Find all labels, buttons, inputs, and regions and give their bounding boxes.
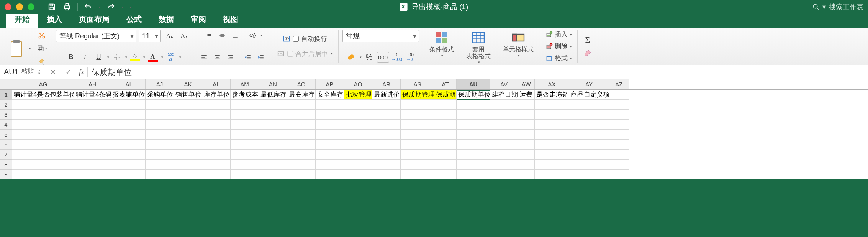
- cell-AZ1[interactable]: [609, 90, 629, 100]
- cell-AI2[interactable]: [111, 100, 146, 110]
- cell-AR9[interactable]: [372, 170, 401, 179]
- cell-AY6[interactable]: [569, 140, 609, 150]
- cell-AQ8[interactable]: [344, 160, 372, 170]
- cell-AM7[interactable]: [231, 150, 259, 160]
- column-header-AQ[interactable]: AQ: [344, 79, 372, 89]
- cell-AO5[interactable]: [287, 130, 316, 140]
- cell-AN9[interactable]: [259, 170, 287, 179]
- comma-format-button[interactable]: 000: [377, 52, 389, 63]
- cell-AG4[interactable]: [12, 120, 74, 130]
- cell-AZ7[interactable]: [609, 150, 629, 160]
- column-header-AL[interactable]: AL: [202, 79, 231, 89]
- increase-decimal-button[interactable]: .0→.00: [391, 52, 403, 63]
- cell-AU2[interactable]: [457, 100, 490, 110]
- cell-AN7[interactable]: [259, 150, 287, 160]
- cell-AY4[interactable]: [569, 120, 609, 130]
- format-cells-button[interactable]: 格式▾: [544, 53, 573, 63]
- row-header-9[interactable]: 9: [0, 170, 12, 179]
- name-box-stepper[interactable]: ▲▼: [38, 69, 41, 76]
- cell-AG9[interactable]: [12, 170, 74, 179]
- column-header-AN[interactable]: AN: [259, 79, 287, 89]
- cell-AK3[interactable]: [174, 110, 202, 120]
- save-icon[interactable]: [45, 2, 58, 12]
- delete-cells-button[interactable]: 删除▾: [544, 41, 573, 51]
- underline-button[interactable]: U: [93, 52, 105, 63]
- cell-AH3[interactable]: [74, 110, 111, 120]
- accounting-format-button[interactable]: [345, 52, 357, 63]
- cell-AV7[interactable]: [490, 150, 518, 160]
- cell-AU6[interactable]: [457, 140, 490, 150]
- cell-AJ1[interactable]: 采购单位: [146, 90, 174, 100]
- cell-AI6[interactable]: [111, 140, 146, 150]
- cancel-formula-button[interactable]: ✕: [45, 65, 61, 79]
- cell-AT3[interactable]: [434, 110, 457, 120]
- cell-AG2[interactable]: [12, 100, 74, 110]
- cell-AH1[interactable]: 辅计量4条码: [74, 90, 111, 100]
- cell-AX1[interactable]: 是否走冻链: [535, 90, 569, 100]
- select-all-corner[interactable]: [0, 79, 12, 89]
- cell-AW5[interactable]: [518, 130, 535, 140]
- cell-AY2[interactable]: [569, 100, 609, 110]
- cell-AL3[interactable]: [202, 110, 231, 120]
- increase-font-button[interactable]: A▴: [163, 31, 175, 41]
- cell-AH9[interactable]: [74, 170, 111, 179]
- row-header-5[interactable]: 5: [0, 130, 12, 140]
- cell-AU3[interactable]: [457, 110, 490, 120]
- cell-AH4[interactable]: [74, 120, 111, 130]
- cell-AM9[interactable]: [231, 170, 259, 179]
- cell-AV2[interactable]: [490, 100, 518, 110]
- cell-AQ4[interactable]: [344, 120, 372, 130]
- cell-AQ5[interactable]: [344, 130, 372, 140]
- redo-dropdown[interactable]: ▾: [120, 2, 125, 12]
- cell-AW6[interactable]: [518, 140, 535, 150]
- cell-AV5[interactable]: [490, 130, 518, 140]
- cell-AL8[interactable]: [202, 160, 231, 170]
- cell-AP1[interactable]: 安全库存: [316, 90, 344, 100]
- clear-button[interactable]: [581, 48, 594, 58]
- cell-AR6[interactable]: [372, 140, 401, 150]
- cell-AM3[interactable]: [231, 110, 259, 120]
- column-header-AO[interactable]: AO: [287, 79, 316, 89]
- cut-button[interactable]: [36, 30, 48, 41]
- cell-AP5[interactable]: [316, 130, 344, 140]
- cell-AJ6[interactable]: [146, 140, 174, 150]
- italic-button[interactable]: I: [79, 52, 91, 63]
- cell-AP9[interactable]: [316, 170, 344, 179]
- cell-AI1[interactable]: 报表辅单位: [111, 90, 146, 100]
- cell-AK5[interactable]: [174, 130, 202, 140]
- cell-AU1[interactable]: 保质期单位: [457, 90, 490, 100]
- paste-button[interactable]: [7, 38, 27, 58]
- cell-AW1[interactable]: 运费: [518, 90, 535, 100]
- cell-AJ8[interactable]: [146, 160, 174, 170]
- cell-AT9[interactable]: [434, 170, 457, 179]
- cell-AW8[interactable]: [518, 160, 535, 170]
- cell-AM1[interactable]: 参考成本: [231, 90, 259, 100]
- cell-AT2[interactable]: [434, 100, 457, 110]
- cell-AU7[interactable]: [457, 150, 490, 160]
- cell-AO1[interactable]: 最高库存: [287, 90, 316, 100]
- cell-AX5[interactable]: [535, 130, 569, 140]
- row-header-7[interactable]: 7: [0, 150, 12, 160]
- cell-AH8[interactable]: [74, 160, 111, 170]
- cell-AX6[interactable]: [535, 140, 569, 150]
- cell-AU8[interactable]: [457, 160, 490, 170]
- cell-AI3[interactable]: [111, 110, 146, 120]
- insert-cells-button[interactable]: 插入▾: [544, 29, 573, 40]
- maximize-window-button[interactable]: [28, 3, 34, 10]
- row-header-1[interactable]: 1: [0, 90, 12, 100]
- column-header-AK[interactable]: AK: [174, 79, 202, 89]
- cell-AT8[interactable]: [434, 160, 457, 170]
- cell-AX7[interactable]: [535, 150, 569, 160]
- column-header-AW[interactable]: AW: [518, 79, 535, 89]
- cell-AI7[interactable]: [111, 150, 146, 160]
- cell-AL7[interactable]: [202, 150, 231, 160]
- cell-AV4[interactable]: [490, 120, 518, 130]
- cell-AS5[interactable]: [401, 130, 434, 140]
- accounting-dropdown[interactable]: ▾: [360, 55, 362, 59]
- cell-AZ2[interactable]: [609, 100, 629, 110]
- cell-AT6[interactable]: [434, 140, 457, 150]
- name-box[interactable]: AU1 ▲▼: [0, 65, 45, 79]
- cell-AQ3[interactable]: [344, 110, 372, 120]
- decrease-decimal-button[interactable]: .00→.0: [405, 52, 417, 63]
- cell-AM2[interactable]: [231, 100, 259, 110]
